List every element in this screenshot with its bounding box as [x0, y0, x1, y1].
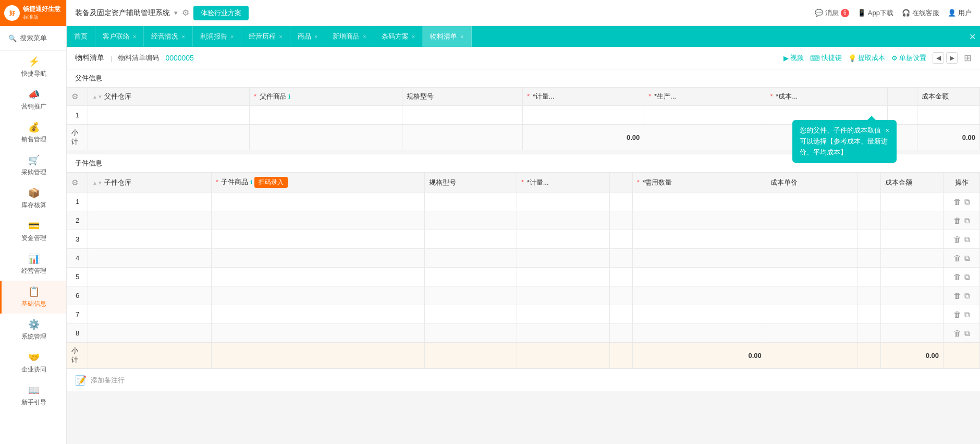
tab-barcode-close[interactable]: × [412, 33, 415, 40]
sidebar-item-management[interactable]: 📊 经营管理 [0, 248, 66, 281]
message-icon: 💬 [815, 9, 823, 17]
parent-warehouse-cell[interactable] [88, 106, 250, 125]
child-row-1: 1 🗑 [67, 193, 980, 211]
sidebar-item-basic-info[interactable]: 📋 基础信息 [0, 281, 66, 314]
header-right: 💬 消息 6 📱 App下载 🎧 在线客服 👤 用户 [815, 8, 972, 18]
delete-icon-7[interactable]: 🗑 [953, 310, 961, 319]
child-row1-unit-cost[interactable] [766, 193, 858, 211]
sidebar-item-guide[interactable]: 📖 新手引导 [0, 379, 66, 412]
child-row1-warehouse[interactable] [88, 193, 212, 211]
next-arrow[interactable]: ▶ [946, 52, 958, 64]
parent-cost-amount-cell [917, 106, 980, 125]
child-col-product: * 子件商品 ℹ 扫码录入 [211, 173, 425, 193]
experience-button[interactable]: 体验行业方案 [193, 6, 249, 20]
scan-input-button[interactable]: 扫码录入 [254, 177, 288, 188]
tab-home[interactable]: 首页 [67, 26, 95, 47]
copy-icon-4[interactable]: ⧉ [964, 254, 970, 263]
child-row1-spec[interactable] [425, 193, 517, 211]
child-required-star3: * [637, 178, 640, 186]
sidebar-item-marketing[interactable]: 📣 营销推广 [0, 83, 66, 116]
add-row-icon[interactable]: 📝 [75, 375, 87, 386]
tab-profit[interactable]: 利润报告 × [193, 26, 241, 47]
tab-new-product[interactable]: 新增商品 × [325, 26, 374, 47]
child-col-settings: ⚙ [67, 173, 88, 193]
tab-history-close[interactable]: × [279, 33, 282, 40]
tooltip-text: 您的父件、子件的成本取值可以选择【参考成本、最新进价、平均成本】 [800, 126, 888, 156]
child-table: ⚙ ▲▼ 子件仓库 * 子件商品 ℹ 扫码录入 [67, 172, 980, 368]
copy-icon-1[interactable]: ⧉ [964, 197, 970, 207]
delete-icon-5[interactable]: 🗑 [953, 272, 961, 282]
close-all-tabs-button[interactable]: ✕ [965, 32, 980, 42]
user-menu-button[interactable]: 👤 用户 [948, 8, 972, 18]
extract-cost-button[interactable]: 💡 提取成本 [848, 53, 885, 63]
child-row2-warehouse[interactable] [88, 211, 212, 230]
online-service-button[interactable]: 🎧 在线客服 [902, 8, 939, 18]
tab-product-close[interactable]: × [314, 33, 317, 40]
delete-icon-4[interactable]: 🗑 [953, 254, 961, 263]
child-required-star: * [216, 178, 218, 186]
tab-new-product-close[interactable]: × [363, 33, 366, 40]
child-row2-spec[interactable] [425, 211, 517, 230]
service-icon: 🎧 [902, 9, 910, 17]
tab-barcode[interactable]: 条码方案 × [374, 26, 423, 47]
tab-customer-close[interactable]: × [133, 33, 136, 40]
copy-icon-7[interactable]: ⧉ [964, 310, 970, 319]
tab-customer[interactable]: 客户联络 × [95, 26, 144, 47]
copy-icon-5[interactable]: ⧉ [964, 272, 970, 282]
view-video-button[interactable]: ▶ 视频 [783, 53, 804, 63]
parent-product-label: 父件商品 [260, 92, 287, 100]
shortcut-button[interactable]: ⌨ 快捷键 [810, 53, 842, 63]
parent-gear-icon[interactable]: ⚙ [71, 92, 78, 101]
tab-operation-close[interactable]: × [181, 33, 185, 40]
copy-icon-6[interactable]: ⧉ [964, 291, 970, 301]
sidebar-item-system[interactable]: ⚙️ 系统管理 [0, 314, 66, 346]
parent-produce-cell[interactable] [644, 106, 766, 125]
message-button[interactable]: 💬 消息 6 [815, 8, 849, 18]
tab-bom-close[interactable]: × [460, 33, 463, 40]
delete-icon-2[interactable]: 🗑 [953, 216, 961, 225]
search-menu-button[interactable]: 🔍 搜索菜单 [4, 30, 62, 46]
sidebar-item-sales[interactable]: 💰 销售管理 [0, 116, 66, 149]
sidebar-item-quick-nav[interactable]: ⚡ 快捷导航 [0, 51, 66, 83]
tab-product[interactable]: 商品 × [290, 26, 325, 47]
child-gear-icon[interactable]: ⚙ [71, 178, 78, 187]
app-download-button[interactable]: 📱 App下载 [858, 8, 893, 18]
delete-icon-3[interactable]: 🗑 [953, 235, 961, 244]
delete-icon-1[interactable]: 🗑 [953, 197, 961, 207]
child-row2-measure[interactable] [517, 211, 609, 230]
tab-profit-close[interactable]: × [230, 33, 234, 40]
parent-spec-cell[interactable] [402, 106, 522, 125]
sidebar-item-inventory[interactable]: 📦 库存核算 [0, 182, 66, 215]
top-header: 装备及固定资产辅助管理系统 ▾ ⚙ 体验行业方案 💬 消息 6 📱 App下载 … [67, 0, 980, 26]
prev-arrow[interactable]: ◀ [933, 52, 944, 64]
child-row2-unit-cost[interactable] [766, 211, 858, 230]
child-row2-qty[interactable] [632, 211, 766, 230]
page-content: 物料清单 | 物料清单编码 0000005 ▶ 视频 ⌨ 快捷键 💡 提取成本 … [67, 47, 980, 444]
sidebar-item-finance[interactable]: 💳 资金管理 [0, 215, 66, 248]
logo-icon: 好 [4, 5, 20, 21]
sidebar-item-enterprise[interactable]: 🤝 企业协同 [0, 346, 66, 379]
tab-bom[interactable]: 物料清单 × [423, 26, 471, 47]
shortcut-icon: ⌨ [810, 54, 820, 62]
child-row1-product[interactable] [211, 193, 425, 211]
parent-measure-cell[interactable] [522, 106, 644, 125]
copy-icon-8[interactable]: ⧉ [964, 329, 970, 338]
sidebar-item-purchase[interactable]: 🛒 采购管理 [0, 149, 66, 182]
single-settings-button[interactable]: ⚙ 单据设置 [891, 53, 926, 63]
main-content: 装备及固定资产辅助管理系统 ▾ ⚙ 体验行业方案 💬 消息 6 📱 App下载 … [67, 0, 980, 444]
copy-icon-2[interactable]: ⧉ [964, 216, 970, 225]
child-row2-product[interactable] [211, 211, 425, 230]
child-row1-measure[interactable] [517, 193, 609, 211]
tab-history[interactable]: 经营历程 × [241, 26, 290, 47]
tooltip-close-button[interactable]: × [885, 125, 889, 136]
settings-icon[interactable]: ⚙ [182, 8, 189, 18]
delete-icon-8[interactable]: 🗑 [953, 329, 961, 338]
parent-product-cell[interactable] [249, 106, 402, 125]
purchase-icon: 🛒 [28, 154, 40, 166]
code-label: 物料清单编码 [118, 53, 159, 63]
delete-icon-6[interactable]: 🗑 [953, 291, 961, 301]
grid-view-icon[interactable]: ⊞ [964, 52, 972, 64]
child-row1-qty[interactable] [632, 193, 766, 211]
copy-icon-3[interactable]: ⧉ [964, 235, 970, 244]
tab-operation[interactable]: 经营情况 × [144, 26, 192, 47]
